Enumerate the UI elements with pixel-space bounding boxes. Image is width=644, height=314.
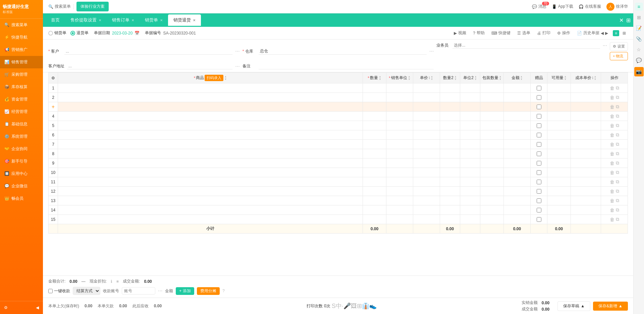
copy-row-btn-2[interactable]: ⧉ bbox=[616, 95, 619, 100]
unit2-cell-1[interactable] bbox=[460, 83, 480, 93]
account-input[interactable] bbox=[122, 287, 155, 295]
sidebar-item-0[interactable]: 🔍搜索菜单 bbox=[0, 19, 43, 31]
pack-cell-12[interactable] bbox=[480, 187, 504, 196]
sidebar-item-13[interactable]: 💬企业微信 bbox=[0, 180, 43, 192]
qty-cell-7[interactable] bbox=[363, 140, 386, 149]
amount-cell-15[interactable] bbox=[504, 215, 531, 224]
pack-cell-8[interactable] bbox=[480, 149, 504, 159]
remark-input[interactable] bbox=[259, 63, 434, 69]
sidebar-item-11[interactable]: 🎯新手引导 bbox=[0, 155, 43, 168]
unit-cell-3[interactable] bbox=[386, 102, 413, 112]
gift-cell-7[interactable] bbox=[531, 140, 547, 149]
goods-cell-12[interactable] bbox=[58, 187, 363, 196]
qty2-cell-11[interactable] bbox=[440, 177, 460, 187]
qty2-cell-12[interactable] bbox=[440, 187, 460, 196]
price-info-icon[interactable]: ℹ bbox=[429, 76, 430, 80]
radio-return[interactable]: 退货单 bbox=[70, 30, 89, 36]
amount-cell-1[interactable] bbox=[504, 83, 531, 93]
qty-cell-14[interactable] bbox=[363, 205, 386, 215]
price-cell-6[interactable] bbox=[413, 130, 440, 140]
price-cell-12[interactable] bbox=[413, 187, 440, 196]
copy-row-btn-5[interactable]: ⧉ bbox=[616, 123, 619, 128]
unit-cell-14[interactable] bbox=[386, 205, 413, 215]
sidebar-collapse-btn[interactable]: ◀ bbox=[35, 304, 40, 311]
sidebar-item-4[interactable]: 🛒采购管理 bbox=[0, 68, 43, 81]
qty-cell-1[interactable] bbox=[363, 83, 386, 93]
goods-input-3[interactable] bbox=[59, 105, 361, 109]
cost-info-icon[interactable]: ℹ bbox=[592, 76, 593, 80]
customer-picker-btn[interactable]: ··· bbox=[235, 48, 239, 54]
gift-checkbox-14[interactable] bbox=[537, 208, 541, 212]
gift-checkbox-2[interactable] bbox=[537, 95, 541, 100]
copy-row-btn-3[interactable]: ⧉ bbox=[616, 104, 619, 110]
goods-cell-9[interactable] bbox=[58, 159, 363, 168]
gift-checkbox-3[interactable] bbox=[537, 105, 541, 109]
unit2-sort-icon[interactable]: ▲▼ bbox=[474, 75, 477, 81]
warehouse-input[interactable] bbox=[259, 48, 427, 55]
sidebar-item-6[interactable]: 💰资金管理 bbox=[0, 93, 43, 106]
price-cell-9[interactable] bbox=[413, 159, 440, 168]
sidebar-item-1[interactable]: ⚡快捷导航 bbox=[0, 31, 43, 44]
delete-row-btn-1[interactable]: 🗑 bbox=[610, 85, 614, 91]
qty2-cell-8[interactable] bbox=[440, 149, 460, 159]
gift-checkbox-10[interactable] bbox=[537, 170, 541, 175]
staff-picker-btn[interactable]: ··· bbox=[603, 43, 607, 49]
shortcut-btn[interactable]: ⌨ 快捷键 bbox=[489, 29, 513, 37]
qty-cell-10[interactable] bbox=[363, 168, 386, 177]
qty-cell-5[interactable] bbox=[363, 121, 386, 130]
goods-cell-3[interactable] bbox=[58, 102, 363, 112]
payment-checkbox[interactable] bbox=[48, 289, 53, 293]
amount-cell-11[interactable] bbox=[504, 177, 531, 187]
copy-row-btn-7[interactable]: ⧉ bbox=[616, 141, 619, 147]
calendar-icon[interactable]: 📅 bbox=[135, 31, 140, 36]
online-service-btn[interactable]: 🎧 在线客服 bbox=[579, 4, 601, 9]
app-download-btn[interactable]: 📱 App下载 bbox=[552, 4, 573, 9]
th-settings[interactable]: ⚙ bbox=[49, 73, 58, 83]
price-cell-2[interactable] bbox=[413, 93, 440, 102]
qty-cell-6[interactable] bbox=[363, 130, 386, 140]
unit-cell-2[interactable] bbox=[386, 93, 413, 102]
unit2-cell-2[interactable] bbox=[460, 93, 480, 102]
unit-cell-9[interactable] bbox=[386, 159, 413, 168]
unit2-cell-11[interactable] bbox=[460, 177, 480, 187]
qty2-cell-7[interactable] bbox=[440, 140, 460, 149]
pack-sort-icon[interactable]: ▲▼ bbox=[499, 75, 502, 81]
gift-cell-1[interactable] bbox=[531, 83, 547, 93]
unit-cell-13[interactable] bbox=[386, 196, 413, 205]
unit-cell-4[interactable] bbox=[386, 112, 413, 121]
goods-cell-8[interactable] bbox=[58, 149, 363, 159]
unit-cell-11[interactable] bbox=[386, 177, 413, 187]
goods-cell-2[interactable] bbox=[58, 93, 363, 102]
tab-close-2[interactable]: ✕ bbox=[131, 18, 134, 22]
goods-sort-icon[interactable]: ▲▼ bbox=[224, 75, 227, 81]
qty2-cell-10[interactable] bbox=[440, 168, 460, 177]
qty2-cell-3[interactable] bbox=[440, 102, 460, 112]
qty-cell-8[interactable] bbox=[363, 149, 386, 159]
tab-close-4[interactable]: ✕ bbox=[193, 18, 196, 22]
qty-cell-4[interactable] bbox=[363, 112, 386, 121]
delete-row-btn-4[interactable]: 🗑 bbox=[610, 114, 614, 119]
pack-cell-15[interactable] bbox=[480, 215, 504, 224]
gift-cell-9[interactable] bbox=[531, 159, 547, 168]
pack-cell-10[interactable] bbox=[480, 168, 504, 177]
operate-btn[interactable]: ⚙ 操作 bbox=[555, 29, 572, 37]
delete-row-btn-5[interactable]: 🗑 bbox=[610, 123, 614, 128]
gift-cell-11[interactable] bbox=[531, 177, 547, 187]
copy-row-btn-1[interactable]: ⧉ bbox=[616, 85, 619, 91]
price-cell-7[interactable] bbox=[413, 140, 440, 149]
right-panel-scan-btn[interactable]: 📷 bbox=[634, 67, 644, 76]
unit-sort-icon[interactable]: ▲▼ bbox=[408, 75, 411, 81]
price-cell-13[interactable] bbox=[413, 196, 440, 205]
account-picker-btn[interactable]: ··· bbox=[158, 288, 162, 294]
right-panel-attach-btn[interactable]: 📎 bbox=[635, 35, 643, 43]
pack-cell-3[interactable] bbox=[480, 102, 504, 112]
pack-cell-7[interactable] bbox=[480, 140, 504, 149]
history-next-icon[interactable]: ▶ bbox=[605, 31, 608, 36]
pack-cell-11[interactable] bbox=[480, 177, 504, 187]
delete-row-btn-10[interactable]: 🗑 bbox=[610, 170, 614, 175]
unit-cell-5[interactable] bbox=[386, 121, 413, 130]
gift-cell-14[interactable] bbox=[531, 205, 547, 215]
unit2-cell-9[interactable] bbox=[460, 159, 480, 168]
goods-cell-6[interactable] bbox=[58, 130, 363, 140]
sidebar-item-14[interactable]: 👑畅会员 bbox=[0, 192, 43, 205]
